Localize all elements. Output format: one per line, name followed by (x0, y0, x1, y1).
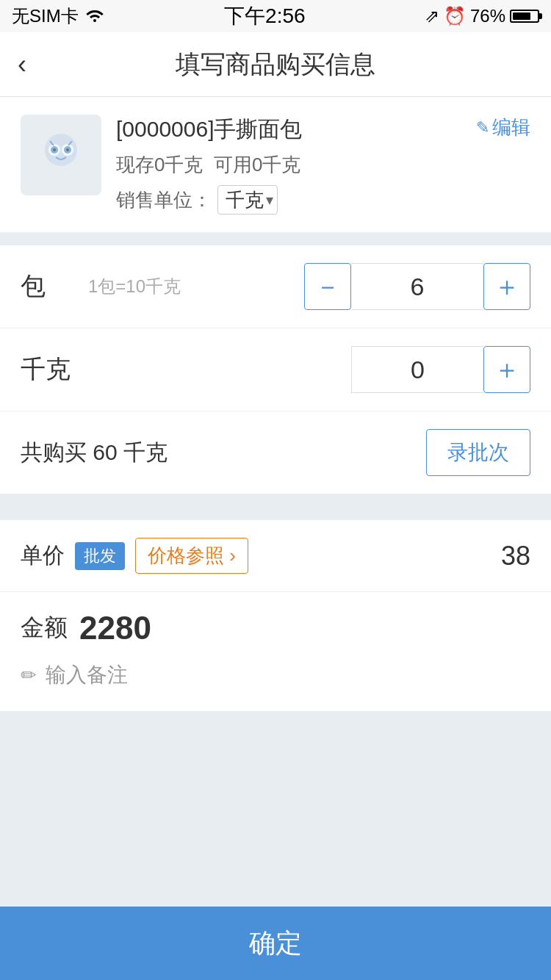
back-button[interactable]: ‹ (18, 49, 26, 80)
page-title: 填写商品购买信息 (176, 48, 375, 82)
input-section: 包 1包=10千克 － ＋ 千克 ＋ (0, 245, 551, 411)
status-right: ⇗ ⏰ 76% (425, 6, 539, 26)
confirm-bar[interactable]: 确定 (0, 907, 551, 980)
pack-label: 包 (21, 270, 79, 303)
kg-controls: ＋ (351, 346, 530, 393)
kg-plus-button[interactable]: ＋ (483, 346, 530, 393)
product-card: [0000006]手撕面包 现存0千克 可用0千克 销售单位： 千克 ✎ 编辑 (0, 97, 551, 232)
carrier-text: 无SIM卡 (12, 4, 79, 28)
pack-quantity-input[interactable] (351, 263, 483, 310)
pack-input-row: 包 1包=10千克 － ＋ (0, 245, 551, 328)
price-row: 单价 批发 价格参照 › 38 (21, 538, 530, 574)
price-value: 38 (501, 541, 530, 572)
battery-icon (510, 10, 539, 23)
nav-bar: ‹ 填写商品购买信息 (0, 32, 551, 97)
pack-minus-button[interactable]: － (304, 263, 351, 310)
price-section: 单价 批发 价格参照 › 38 (0, 520, 551, 591)
product-name: [0000006]手撕面包 (116, 115, 530, 145)
alarm-icon: ⏰ (444, 6, 466, 26)
record-batch-button[interactable]: 录批次 (426, 429, 530, 476)
product-thumbnail (21, 115, 101, 195)
edit-icon: ✎ (476, 118, 489, 137)
product-stock: 现存0千克 可用0千克 (116, 152, 530, 178)
product-thumb-icon (35, 129, 87, 181)
total-label: 共购买 60 千克 (21, 438, 168, 468)
svg-point-5 (53, 148, 56, 151)
product-info: [0000006]手撕面包 现存0千克 可用0千克 销售单位： 千克 (116, 115, 530, 215)
note-row[interactable]: ✏ 输入备注 (21, 661, 530, 689)
status-time: 下午2:56 (224, 2, 306, 30)
status-bar: 无SIM卡 下午2:56 ⇗ ⏰ 76% (0, 0, 551, 32)
unit-select[interactable]: 千克 (217, 185, 278, 215)
price-tag: 批发 (75, 542, 125, 570)
price-reference-button[interactable]: 价格参照 › (135, 538, 248, 574)
kg-input-row: 千克 ＋ (0, 328, 551, 411)
price-label: 单价 (21, 541, 65, 571)
product-unit: 销售单位： 千克 (116, 185, 530, 215)
wifi-icon (84, 6, 105, 26)
amount-row: 金额 2280 (21, 610, 530, 646)
kg-label: 千克 (21, 353, 79, 386)
battery-percent: 76% (470, 6, 505, 26)
svg-point-6 (66, 148, 69, 151)
amount-section: 金额 2280 ✏ 输入备注 (0, 591, 551, 711)
divider-1 (0, 232, 551, 245)
pack-controls: － ＋ (304, 263, 530, 310)
confirm-button-label: 确定 (249, 926, 302, 962)
pack-hint: 1包=10千克 (88, 275, 304, 298)
unit-select-wrap[interactable]: 千克 (217, 185, 278, 215)
status-left: 无SIM卡 (12, 4, 105, 28)
kg-quantity-input[interactable] (351, 346, 483, 393)
content: [0000006]手撕面包 现存0千克 可用0千克 销售单位： 千克 ✎ 编辑 … (0, 97, 551, 961)
amount-label: 金额 (21, 612, 68, 644)
pack-plus-button[interactable]: ＋ (483, 263, 530, 310)
total-row: 共购买 60 千克 录批次 (0, 411, 551, 494)
edit-button[interactable]: ✎ 编辑 (476, 115, 530, 140)
note-placeholder: 输入备注 (46, 661, 128, 689)
pencil-icon: ✏ (21, 664, 37, 687)
amount-value: 2280 (79, 610, 151, 646)
divider-2 (0, 494, 551, 507)
location-icon: ⇗ (425, 6, 439, 26)
